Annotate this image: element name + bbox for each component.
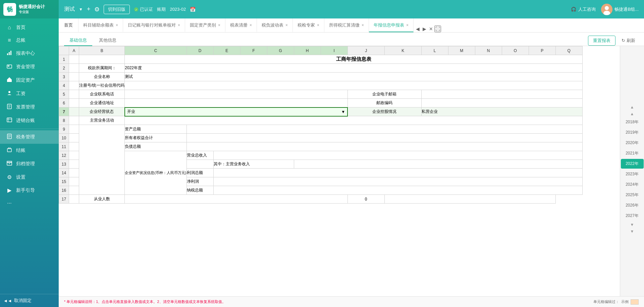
tab-journal-bank[interactable]: 日记账与银行对账单核对 × (123, 18, 185, 32)
sub-tab-basic[interactable]: 基础信息 (64, 35, 92, 46)
cell-9-B[interactable] (79, 125, 125, 195)
cell-14-C[interactable]: 利润总额 (186, 169, 213, 177)
cell-1-A[interactable] (69, 55, 79, 64)
cell-5-A[interactable] (69, 90, 79, 99)
tab-expand[interactable]: ⛶ (434, 26, 441, 32)
tab-close-annual-report[interactable]: × (406, 23, 409, 28)
cell-11-C[interactable]: 负债总额 (125, 142, 186, 151)
cell-8-A[interactable] (69, 116, 79, 125)
cell-1-B[interactable] (79, 55, 125, 64)
col-header-O[interactable]: O (502, 46, 529, 55)
cell-5-C[interactable] (125, 90, 347, 99)
col-header-M[interactable]: M (448, 46, 475, 55)
sidebar-item-settings[interactable]: ⚙ 设置 (0, 171, 59, 184)
tab-tax-form[interactable]: 税表清册 × (225, 18, 257, 32)
col-header-I[interactable]: I (321, 46, 347, 55)
sidebar-item-payroll[interactable]: 工资 (0, 87, 59, 100)
year-item-2023[interactable]: 2023年 (621, 169, 644, 179)
spreadsheet-main[interactable]: A B C D E F G H I J K L M (59, 46, 620, 296)
cell-13-G[interactable] (294, 160, 582, 169)
cell-11-D[interactable] (186, 142, 582, 151)
sidebar-item-home[interactable]: ⌂ 首页 (0, 21, 59, 34)
cell-2-B[interactable]: 税款所属期间： (79, 64, 125, 73)
cell-15-A[interactable] (69, 177, 79, 186)
tab-tax-check[interactable]: 税检专家 × (293, 18, 324, 32)
cell-7-B[interactable]: 企业经营状态 (79, 107, 125, 116)
reset-report-btn[interactable]: 重置报表 (588, 36, 615, 46)
sidebar-item-more[interactable]: ··· (0, 197, 59, 210)
cell-12-B-merged[interactable]: 企业资产状况信息(币种：人民币万元) (125, 151, 186, 195)
col-header-K[interactable]: K (384, 46, 421, 55)
year-item-2020[interactable]: 2020年 (621, 138, 644, 148)
cell-2-C[interactable]: 2022年度 (125, 64, 582, 73)
cell-6-B[interactable]: 企业通信地址 (79, 99, 125, 107)
tab-close-fixed-assets[interactable]: × (218, 23, 220, 28)
cell-8-B[interactable]: 主营业务活动 (79, 116, 125, 125)
cell-6-A[interactable] (69, 99, 79, 107)
cell-1-title[interactable]: 工商年报信息表 (125, 55, 582, 64)
col-header-L[interactable]: L (421, 46, 448, 55)
cell-17-C[interactable] (125, 195, 347, 204)
cell-13-C[interactable] (186, 160, 213, 169)
cell-13-A[interactable] (69, 160, 79, 169)
cell-16-C[interactable]: 纳税总额 (186, 186, 213, 195)
col-header-Q[interactable]: Q (555, 46, 582, 55)
sidebar-pin-btn[interactable]: ◄◄ 取消固定 (0, 294, 59, 307)
year-item-2021[interactable]: 2021年 (621, 148, 644, 158)
col-header-E[interactable]: E (213, 46, 240, 55)
switch-old-version-btn[interactable]: 切到旧版 (104, 5, 130, 14)
cell-14-A[interactable] (69, 169, 79, 177)
tab-close-income-tax[interactable]: × (362, 23, 364, 28)
year-item-2018[interactable]: 2018年 (621, 117, 644, 127)
year-item-2022[interactable]: 2022年 (621, 159, 644, 169)
cell-10-C[interactable]: 所有者权益合计 (125, 134, 186, 142)
cell-16-A[interactable] (69, 186, 79, 195)
tab-nav-prev[interactable]: ◀ (414, 26, 421, 32)
user-avatar-btn[interactable]: 畅捷通B组... (601, 4, 639, 15)
cell-3-C[interactable]: 测试 (125, 73, 582, 81)
cell-3-B[interactable]: 企业名称 (79, 73, 125, 81)
sidebar-item-general-ledger[interactable]: ≡ 总账 (0, 34, 59, 47)
year-scroll-down[interactable]: ▼ (621, 221, 644, 228)
sidebar-item-archive[interactable]: 归档管理 (0, 157, 59, 171)
col-header-C[interactable]: C (125, 46, 186, 55)
cell-13-D[interactable]: 其中：主营业务收入 (213, 160, 294, 169)
tab-close-all[interactable]: ✕ (428, 26, 434, 32)
cell-6-K[interactable] (421, 99, 582, 107)
tab-income-tax[interactable]: 所得税汇算清缴 × (324, 18, 369, 32)
sidebar-item-guide[interactable]: ▶ 新手引导 (0, 184, 59, 197)
calendar-icon[interactable]: 📅 (190, 7, 196, 12)
cell-7-K[interactable]: 私营企业 (421, 107, 582, 116)
tab-fixed-assets[interactable]: 固定资产类别 × (185, 18, 225, 32)
cell-7-C[interactable]: 开业 ▼ (125, 107, 347, 116)
sidebar-item-fixed-assets[interactable]: 固定资产 (0, 74, 59, 87)
year-scroll-up2[interactable]: ▲ (621, 111, 644, 117)
cell-5-K[interactable] (421, 90, 582, 99)
sidebar-item-fund[interactable]: 资金管理 (0, 60, 59, 74)
refresh-btn[interactable]: ↻ 刷新 (618, 36, 639, 45)
cell-17-A[interactable] (69, 195, 79, 204)
year-scroll-down2[interactable]: ▼ (621, 228, 644, 235)
cell-14-D[interactable] (213, 169, 582, 177)
col-header-D[interactable]: D (186, 46, 213, 55)
header-add-btn[interactable]: + (87, 6, 91, 13)
cell-6-J[interactable]: 邮政编码 (347, 99, 421, 107)
cell-17-K[interactable] (384, 195, 555, 204)
header-settings-btn[interactable]: ⚙ (94, 6, 100, 13)
tab-close-tax-form[interactable]: × (250, 23, 252, 28)
cell-15-D[interactable] (213, 177, 582, 186)
year-item-2019[interactable]: 2019年 (621, 128, 644, 137)
col-header-B[interactable]: B (79, 46, 125, 55)
sidebar-item-invoice[interactable]: 发票管理 (0, 100, 59, 114)
cell-16-D[interactable] (213, 186, 582, 195)
tab-close-aux-balance[interactable]: × (116, 23, 118, 28)
cell-7-J[interactable]: 企业控股情况 (347, 107, 421, 116)
cell-7-A[interactable] (69, 107, 79, 116)
col-header-P[interactable]: P (529, 46, 555, 55)
col-header-G[interactable]: G (267, 46, 294, 55)
year-item-2026[interactable]: 2026年 (621, 201, 644, 210)
cell-8-C[interactable] (125, 116, 582, 125)
cell-5-J[interactable]: 企业电子邮箱 (347, 90, 421, 99)
cell-17-J[interactable]: 0 (347, 195, 384, 204)
year-item-2025[interactable]: 2025年 (621, 190, 644, 200)
